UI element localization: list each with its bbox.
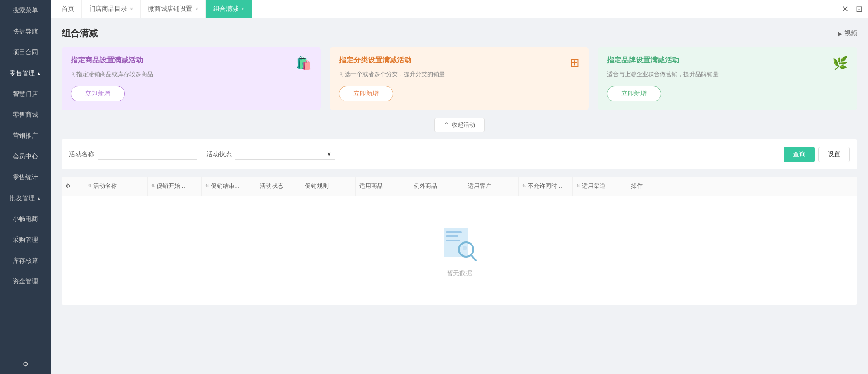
sidebar-item-xiaochang[interactable]: 小畅电商 [0, 209, 51, 230]
sort-icon[interactable]: ⇅ [205, 183, 209, 188]
th-activity-status: 活动状态 [256, 177, 301, 196]
sidebar-item-purchase-mgmt[interactable]: 采购管理 [0, 230, 51, 250]
sidebar-item-marketing[interactable]: 营销推广 [0, 125, 51, 146]
svg-line-5 [471, 255, 476, 260]
sidebar-item-retail-mgmt[interactable]: 零售管理 ▲ [0, 63, 51, 84]
main-area: 首页 门店商品目录 × 微商城店铺设置 × 组合满减 × ✕ ⊡ 组合满减 ▶ … [51, 0, 868, 374]
card-product-add-button[interactable]: 立即新增 [71, 86, 125, 101]
table-header: ⚙ ⇅ 活动名称 ⇅ 促销开始... ⇅ 促销结束... 活动状态 [62, 177, 857, 196]
svg-rect-3 [446, 240, 460, 241]
th-promo-start-label: 促销开始... [157, 182, 185, 190]
sidebar-item-retail-stats[interactable]: 零售统计 [0, 167, 51, 188]
setting-button[interactable]: 设置 [818, 147, 850, 162]
tab-product-catalog[interactable]: 门店商品目录 × [82, 0, 141, 18]
card-brand-desc: 适合与上游企业联合做营销，提升品牌销量 [607, 70, 848, 79]
sidebar-item-label: 零售商城 [13, 111, 38, 119]
th-applicable-channel-label: 适用渠道 [582, 182, 606, 190]
activity-card-category: 指定分类设置满减活动 可选一个或者多个分类，提升分类的销量 ⊞ 立即新增 [330, 47, 589, 110]
page-title: 组合满减 [62, 27, 98, 39]
activity-card-product: 指定商品设置满减活动 可指定滞销商品或库存较多商品 🛍️ 立即新增 [62, 47, 321, 110]
th-activity-status-label: 活动状态 [260, 182, 283, 190]
sidebar: 搜索菜单 快捷导航 项目合同 零售管理 ▲ 智慧门店 零售商城 营销推广 会员中… [0, 0, 51, 374]
tab-home[interactable]: 首页 [54, 0, 82, 18]
query-button[interactable]: 查询 [784, 147, 815, 162]
tab-home-label: 首页 [62, 5, 74, 13]
close-icon[interactable]: × [195, 6, 198, 12]
sidebar-item-label: 资金管理 [13, 278, 38, 286]
collapse-up-icon: ⌃ [444, 121, 449, 128]
video-link[interactable]: ▶ 视频 [838, 29, 857, 38]
gear-icon: ⚙ [23, 360, 29, 368]
activity-name-label: 活动名称 [69, 150, 94, 158]
card-category-add-button[interactable]: 立即新增 [339, 86, 393, 101]
sort-icon[interactable]: ⇅ [151, 183, 155, 188]
sort-icon[interactable]: ⇅ [522, 183, 526, 188]
window-close-button[interactable]: ✕ [840, 2, 850, 16]
th-no-same-time-label: 不允许同时... [528, 182, 562, 190]
empty-state: 暂无数据 [62, 196, 857, 305]
page-header: 组合满减 ▶ 视频 [62, 27, 857, 39]
filter-actions: 查询 设置 [784, 147, 850, 162]
th-settings[interactable]: ⚙ [62, 177, 84, 196]
tab-wechat-shop[interactable]: 微商城店铺设置 × [141, 0, 206, 18]
sidebar-item-smart-store[interactable]: 智慧门店 [0, 84, 51, 105]
th-applicable-channel: ⇅ 适用渠道 [573, 177, 627, 196]
th-action-label: 操作 [631, 182, 643, 190]
card-brand-add-button[interactable]: 立即新增 [607, 86, 661, 101]
sort-icon[interactable]: ⇅ [577, 183, 580, 188]
sidebar-item-quick-nav[interactable]: 快捷导航 [0, 21, 51, 42]
th-applicable-goods: 适用商品 [356, 177, 410, 196]
sidebar-item-retail-mall[interactable]: 零售商城 [0, 105, 51, 125]
th-applicable-goods-label: 适用商品 [359, 182, 383, 190]
card-category-desc: 可选一个或者多个分类，提升分类的销量 [339, 70, 580, 79]
sidebar-search[interactable]: 搜索菜单 [0, 0, 51, 21]
activity-status-select[interactable]: ∨ [235, 149, 335, 160]
close-icon[interactable]: × [241, 6, 244, 12]
sidebar-item-label: 库存核算 [13, 257, 38, 265]
sidebar-item-wholesale-mgmt[interactable]: 批发管理 ▲ [0, 188, 51, 209]
sidebar-item-project-contract[interactable]: 项目合同 [0, 42, 51, 63]
play-icon: ▶ [838, 30, 843, 37]
collapse-button[interactable]: ⌃ 收起活动 [434, 118, 485, 132]
tab-product-catalog-label: 门店商品目录 [89, 5, 127, 13]
activity-cards: 指定商品设置满减活动 可指定滞销商品或库存较多商品 🛍️ 立即新增 指定分类设置… [62, 47, 857, 110]
sidebar-item-label: 智慧门店 [13, 90, 38, 98]
gear-icon: ⚙ [65, 182, 71, 189]
window-restore-button[interactable]: ⊡ [854, 2, 864, 16]
video-label: 视频 [844, 29, 857, 38]
sort-icon[interactable]: ⇅ [88, 183, 91, 188]
th-promo-rule: 促销规则 [301, 177, 356, 196]
card-product-title: 指定商品设置满减活动 [71, 56, 312, 65]
card-category-title: 指定分类设置满减活动 [339, 56, 580, 65]
sidebar-item-finance[interactable]: 资金管理 [0, 271, 51, 292]
svg-point-6 [463, 246, 467, 250]
tabbar: 首页 门店商品目录 × 微商城店铺设置 × 组合满减 × ✕ ⊡ [51, 0, 868, 18]
close-icon[interactable]: × [130, 6, 133, 12]
th-exception-goods-label: 例外商品 [414, 182, 437, 190]
category-icon: ⊞ [570, 56, 580, 70]
tab-combo-discount[interactable]: 组合满减 × [206, 0, 252, 18]
sidebar-settings[interactable]: ⚙ [0, 354, 51, 374]
th-applicable-customer-label: 适用客户 [468, 182, 491, 190]
tab-wechat-shop-label: 微商城店铺设置 [148, 5, 192, 13]
sidebar-item-members[interactable]: 会员中心 [0, 146, 51, 167]
sidebar-item-label: 快捷导航 [13, 28, 38, 36]
sidebar-item-label: 营销推广 [13, 132, 38, 140]
empty-icon [437, 223, 482, 264]
chevron-down-icon: ▲ [37, 196, 41, 201]
th-action: 操作 [627, 177, 672, 196]
th-promo-rule-label: 促销规则 [305, 182, 329, 190]
th-activity-name-label: 活动名称 [93, 182, 117, 190]
leaf-icon: 🌿 [832, 56, 848, 71]
th-exception-goods: 例外商品 [410, 177, 464, 196]
filter-activity-status: 活动状态 ∨ [206, 149, 335, 160]
card-brand-title: 指定品牌设置满减活动 [607, 56, 848, 65]
tab-combo-discount-label: 组合满减 [213, 5, 238, 13]
filter-bar: 活动名称 活动状态 ∨ 查询 设置 [62, 139, 857, 169]
sidebar-item-label: 项目合同 [13, 48, 38, 57]
th-promo-start: ⇅ 促销开始... [148, 177, 202, 196]
activity-name-input[interactable] [98, 149, 197, 160]
sidebar-item-label: 会员中心 [13, 153, 38, 161]
filter-activity-name: 活动名称 [69, 149, 197, 160]
sidebar-item-inventory[interactable]: 库存核算 [0, 250, 51, 271]
